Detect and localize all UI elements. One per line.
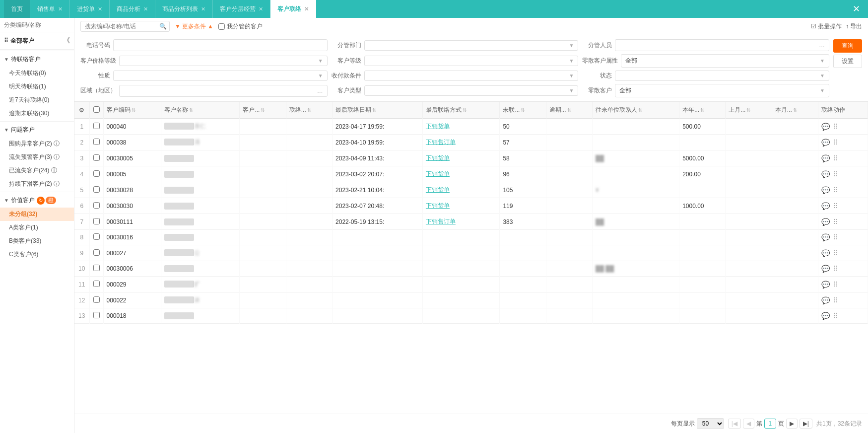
grid-action-icon[interactable]: ⠿: [833, 154, 838, 162]
status-select[interactable]: ▼: [615, 71, 829, 81]
col-contact[interactable]: 联络...⇅: [286, 102, 332, 119]
price-level-select[interactable]: ▼: [119, 56, 328, 66]
row-checkbox[interactable]: [89, 277, 103, 292]
sidebar-group-problem[interactable]: ▼ 问题客户: [0, 123, 74, 137]
row-checkbox[interactable]: [89, 119, 103, 135]
batch-operation-button[interactable]: ☑ 批量操作: [811, 22, 842, 31]
col-last-contact-method[interactable]: 最后联络方式⇅: [422, 102, 499, 119]
grid-action-icon[interactable]: ⠿: [833, 296, 838, 304]
grid-action-icon[interactable]: ⠿: [833, 139, 838, 146]
col-last-month[interactable]: 上月...⇅: [726, 102, 772, 119]
tab-product-analysis[interactable]: 商品分析 ✕: [110, 0, 155, 18]
sidebar-item-c-type[interactable]: C类客户(6): [0, 248, 74, 261]
prev-page-button[interactable]: ◀: [743, 419, 754, 429]
person-select[interactable]: …: [615, 39, 829, 51]
grid-action-icon[interactable]: ⠿: [833, 218, 838, 226]
col-customer-type[interactable]: 客户...⇅: [240, 102, 286, 119]
customer-level-select[interactable]: ▼: [364, 56, 579, 66]
sidebar-item-today-pending[interactable]: 今天待联络(0): [0, 67, 74, 80]
region-select[interactable]: …: [119, 85, 328, 97]
table-select-all-col[interactable]: [89, 102, 103, 119]
message-icon[interactable]: 💬: [821, 218, 830, 226]
tab-product-analysis-list[interactable]: 商品分析列表 ✕: [155, 0, 213, 18]
retail-attr-select[interactable]: 全部 ▼: [621, 54, 829, 68]
message-icon[interactable]: 💬: [821, 281, 830, 289]
tab-customer-segment[interactable]: 客户分层经营 ✕: [213, 0, 270, 18]
grid-action-icon[interactable]: ⠿: [833, 186, 838, 194]
row-last-contact-method[interactable]: 下销售订单: [422, 135, 499, 150]
row-last-contact-method[interactable]: 下销货单: [422, 150, 499, 166]
close-icon[interactable]: ✕: [304, 6, 309, 12]
close-icon[interactable]: ✕: [201, 6, 205, 12]
close-icon[interactable]: ✕: [98, 6, 102, 12]
my-customers-check[interactable]: [218, 23, 225, 30]
search-button[interactable]: 查询: [833, 39, 862, 53]
close-icon[interactable]: ✕: [58, 6, 63, 12]
grid-action-icon[interactable]: ⠿: [833, 312, 838, 320]
grid-action-icon[interactable]: ⠿: [833, 265, 838, 273]
grid-action-icon[interactable]: ⠿: [833, 123, 838, 131]
grid-action-icon[interactable]: ⠿: [833, 249, 838, 257]
row-checkbox[interactable]: [89, 182, 103, 198]
export-button[interactable]: ↑ 导出: [846, 22, 862, 31]
close-icon[interactable]: ✕: [143, 6, 148, 12]
collapse-icon[interactable]: 《: [63, 36, 70, 45]
tab-home[interactable]: 首页: [4, 0, 30, 18]
sidebar-item-7days-pending[interactable]: 近7天待联络(0): [0, 93, 74, 107]
sidebar-search-input[interactable]: [4, 21, 74, 28]
row-checkbox[interactable]: [89, 261, 103, 277]
row-checkbox[interactable]: [89, 198, 103, 214]
row-checkbox[interactable]: [89, 214, 103, 230]
sidebar-item-tomorrow-pending[interactable]: 明天待联络(1): [0, 80, 74, 93]
row-checkbox[interactable]: [89, 166, 103, 182]
message-icon[interactable]: 💬: [821, 296, 830, 304]
message-icon[interactable]: 💬: [821, 233, 830, 241]
row-checkbox[interactable]: [89, 150, 103, 166]
row-checkbox[interactable]: [89, 230, 103, 245]
grid-action-icon[interactable]: ⠿: [833, 202, 838, 210]
row-last-contact-method[interactable]: 下销货单: [422, 182, 499, 198]
row-last-contact-method[interactable]: 下销货单: [422, 198, 499, 214]
grid-action-icon[interactable]: ⠿: [833, 170, 838, 178]
last-page-button[interactable]: ▶|: [800, 419, 812, 429]
tab-customer-contact[interactable]: 客户联络 ✕: [270, 0, 316, 18]
phone-input[interactable]: [113, 39, 328, 51]
close-icon[interactable]: ✕: [259, 6, 263, 12]
tab-purchase[interactable]: 进货单 ✕: [70, 0, 110, 18]
row-last-contact-method[interactable]: 下销货单: [422, 119, 499, 135]
col-this-year[interactable]: 本年...⇅: [679, 102, 726, 119]
sidebar-item-ungrouped[interactable]: 未分组(32): [0, 208, 74, 221]
col-last-contact-date[interactable]: 最后联络日期⇅: [333, 102, 423, 119]
row-last-contact-method[interactable]: 下销货单: [422, 166, 499, 182]
message-icon[interactable]: 💬: [821, 202, 830, 210]
col-not-contacted[interactable]: 未联...⇅: [500, 102, 546, 119]
col-customer-code[interactable]: 客户编码⇅: [103, 102, 161, 119]
col-unit-contact[interactable]: 往来单位联系人⇅: [593, 102, 679, 119]
row-last-contact-method[interactable]: 下销售订单: [422, 214, 499, 230]
message-icon[interactable]: 💬: [821, 170, 830, 178]
reset-button[interactable]: 设置: [833, 55, 862, 68]
search-input[interactable]: [85, 23, 159, 30]
message-icon[interactable]: 💬: [821, 139, 830, 146]
dept-select[interactable]: ▼: [364, 40, 579, 51]
grid-action-icon[interactable]: ⠿: [833, 281, 838, 289]
table-settings-col[interactable]: ⚙: [74, 102, 89, 119]
grid-action-icon[interactable]: ⠿: [833, 233, 838, 241]
sidebar-item-b-type[interactable]: B类客户(33): [0, 234, 74, 248]
row-checkbox[interactable]: [89, 135, 103, 150]
sidebar-item-declining[interactable]: 持续下滑客户(2) ⓘ: [0, 177, 74, 191]
sidebar-item-a-type[interactable]: A类客户(1): [0, 221, 74, 234]
message-icon[interactable]: 💬: [821, 186, 830, 194]
sidebar-item-churned[interactable]: 已流失客户(24) ⓘ: [0, 164, 74, 177]
window-close-button[interactable]: ✕: [849, 3, 864, 14]
per-page-select[interactable]: 50 20 100: [697, 418, 724, 429]
first-page-button[interactable]: |◀: [728, 419, 741, 429]
tab-sales[interactable]: 销售单 ✕: [30, 0, 70, 18]
message-icon[interactable]: 💬: [821, 123, 830, 131]
more-conditions-toggle[interactable]: ▼ 更多条件 ▲: [175, 22, 213, 31]
message-icon[interactable]: 💬: [821, 265, 830, 273]
row-checkbox[interactable]: [89, 292, 103, 308]
retail-customer-select[interactable]: 全部 ▼: [615, 84, 829, 97]
row-checkbox[interactable]: [89, 308, 103, 324]
sidebar-item-abnormal[interactable]: 囤购异常客户(2) ⓘ: [0, 137, 74, 150]
